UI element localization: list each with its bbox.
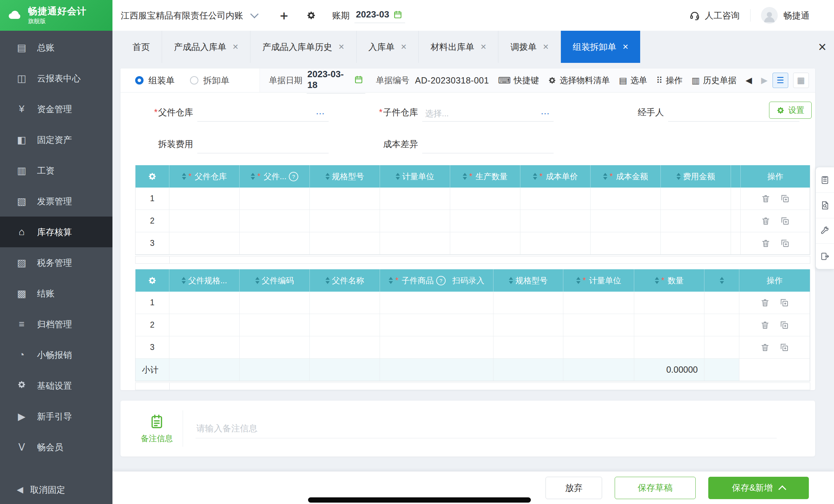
column-header[interactable]: *数量 xyxy=(634,269,704,292)
tab-material-outbound[interactable]: 材料出库单× xyxy=(419,31,498,63)
close-all-icon[interactable]: × xyxy=(818,40,826,54)
grid-cell[interactable] xyxy=(634,336,704,359)
grid-cell[interactable] xyxy=(493,292,563,314)
grid-cell[interactable] xyxy=(661,232,731,255)
column-header[interactable]: *子件商品?扫码录入 xyxy=(380,269,493,292)
tab-close-icon[interactable]: × xyxy=(543,42,548,52)
more-icon[interactable]: ⋯ xyxy=(316,111,326,116)
support-button[interactable]: 人工咨询 xyxy=(689,10,740,21)
grid-cell[interactable] xyxy=(493,336,563,359)
grid-cell[interactable] xyxy=(380,188,450,210)
copy-row-icon[interactable] xyxy=(780,216,790,226)
delete-row-icon[interactable] xyxy=(761,239,770,248)
column-header[interactable]: 费用金额 xyxy=(661,165,731,188)
grid-cell[interactable] xyxy=(380,232,450,255)
sidebar-item-archive[interactable]: ≡归档管理 xyxy=(0,309,112,339)
sidebar-item-funds[interactable]: ¥资金管理 xyxy=(0,94,112,124)
user-menu[interactable]: 畅捷通 xyxy=(761,7,810,24)
sort-icon[interactable] xyxy=(533,173,537,180)
grid-cell[interactable] xyxy=(240,188,310,210)
more-icon[interactable]: ⋯ xyxy=(541,111,551,116)
copy-row-icon[interactable] xyxy=(780,320,789,330)
tab-close-icon[interactable]: × xyxy=(623,42,628,52)
grid-cell[interactable] xyxy=(169,188,240,210)
tab-transfer-order[interactable]: 调拨单× xyxy=(498,31,561,63)
grid-cell[interactable] xyxy=(240,314,310,336)
grid-cell[interactable] xyxy=(704,314,739,336)
grid-cell[interactable] xyxy=(169,314,240,336)
copy-row-icon[interactable] xyxy=(780,194,790,203)
tab-finished-goods-inbound-history[interactable]: 产成品入库单历史× xyxy=(250,31,356,63)
help-icon[interactable]: ? xyxy=(289,172,298,181)
tab-close-icon[interactable]: × xyxy=(233,42,238,52)
grid-cell[interactable] xyxy=(169,336,240,359)
column-header[interactable]: 父件编码 xyxy=(240,269,310,292)
toolbar-history-docs[interactable]: ▥历史单据 xyxy=(692,75,737,86)
column-header[interactable]: *父件...? xyxy=(240,165,310,188)
period-picker[interactable]: 2023-03 xyxy=(354,8,405,23)
grid-cell[interactable] xyxy=(563,336,634,359)
sort-icon[interactable] xyxy=(676,173,681,180)
sort-icon[interactable] xyxy=(720,277,724,284)
column-settings-icon[interactable] xyxy=(136,165,169,188)
grid-cell[interactable] xyxy=(704,292,739,314)
column-header[interactable]: 规格型号 xyxy=(310,165,380,188)
sidebar-item-tax[interactable]: ▨税务管理 xyxy=(0,247,112,278)
grid-cell[interactable] xyxy=(563,292,634,314)
column-header[interactable] xyxy=(704,269,739,292)
horizontal-scrollbar[interactable] xyxy=(135,382,810,390)
sidebar-item-member[interactable]: Ⅴ畅会员 xyxy=(0,432,112,462)
sidebar-item-salary[interactable]: ▥工资 xyxy=(0,155,112,186)
sidebar-unpin-button[interactable]: ◀ 取消固定 xyxy=(0,475,112,504)
float-tool-export[interactable] xyxy=(816,244,834,269)
column-header[interactable]: 计量单位 xyxy=(380,165,450,188)
grid-cell[interactable] xyxy=(310,210,380,232)
grid-cell[interactable] xyxy=(731,232,741,255)
sidebar-item-general-ledger[interactable]: ▤总账 xyxy=(0,32,112,63)
sidebar-item-invoice[interactable]: ▧发票管理 xyxy=(0,186,112,217)
grid-cell[interactable] xyxy=(380,210,450,232)
grid-cell[interactable] xyxy=(169,232,240,255)
grid-cell[interactable] xyxy=(520,210,591,232)
sidebar-item-cloud-reports[interactable]: ◫云报表中心 xyxy=(0,63,112,94)
sidebar-item-expense[interactable]: ◔小畅报销 xyxy=(0,339,112,370)
grid-cell[interactable] xyxy=(563,314,634,336)
delete-row-icon[interactable] xyxy=(761,194,770,203)
disassembly-fee-input[interactable] xyxy=(197,138,329,153)
toolbar-shortcut-keys[interactable]: ⌨快捷键 xyxy=(498,75,539,86)
tab-finished-goods-inbound[interactable]: 产成品入库单× xyxy=(162,31,250,63)
parent-warehouse-input[interactable]: ⋯ xyxy=(197,106,329,122)
grid-cell[interactable] xyxy=(310,314,380,336)
sidebar-item-fixed-assets[interactable]: ◧固定资产 xyxy=(0,124,112,155)
tab-assembly-disassembly[interactable]: 组装拆卸单× xyxy=(561,31,640,63)
grid-cell[interactable] xyxy=(169,292,240,314)
grid-cell[interactable] xyxy=(661,188,731,210)
grid-cell[interactable] xyxy=(310,292,380,314)
sort-icon[interactable] xyxy=(182,277,186,284)
sort-icon[interactable] xyxy=(389,277,393,284)
copy-row-icon[interactable] xyxy=(780,239,790,248)
grid-cell[interactable] xyxy=(240,232,310,255)
float-tool-documents[interactable] xyxy=(816,193,834,218)
copy-row-icon[interactable] xyxy=(780,343,789,352)
tab-close-icon[interactable]: × xyxy=(401,42,407,52)
column-header[interactable]: *计量单位 xyxy=(563,269,634,292)
column-header[interactable]: 规格型号 xyxy=(493,269,563,292)
grid-cell[interactable] xyxy=(634,292,704,314)
column-header[interactable]: *成本金额 xyxy=(591,165,661,188)
sort-icon[interactable] xyxy=(603,173,607,180)
grid-cell[interactable] xyxy=(380,292,493,314)
column-header[interactable]: 父件名称 xyxy=(310,269,380,292)
float-tool-tools[interactable] xyxy=(816,218,834,244)
save-draft-button[interactable]: 保存草稿 xyxy=(615,477,696,499)
delete-row-icon[interactable] xyxy=(760,298,770,307)
prev-doc-arrow-icon[interactable]: ◀ xyxy=(746,75,752,85)
grid-cell[interactable] xyxy=(240,292,310,314)
toolbar-select-order[interactable]: ▤选单 xyxy=(619,75,647,86)
child-warehouse-input[interactable]: 选择...⋯ xyxy=(422,106,554,122)
column-header[interactable]: 父件规格... xyxy=(169,269,240,292)
sidebar-item-base-settings[interactable]: 基础设置 xyxy=(0,370,112,401)
grid-cell[interactable] xyxy=(380,314,493,336)
cost-variance-input[interactable] xyxy=(422,138,554,153)
horizontal-scrollbar[interactable] xyxy=(135,256,810,264)
